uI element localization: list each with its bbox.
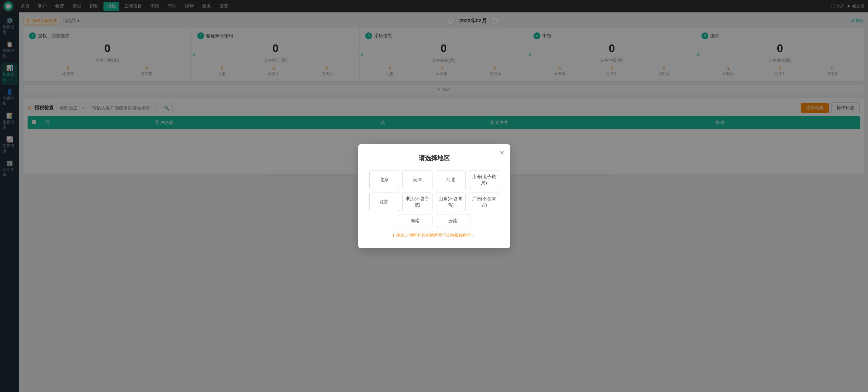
warning-icon: ℹ <box>393 233 395 238</box>
modal-title: 请选择地区 <box>369 154 499 162</box>
region-btn-jiangsu[interactable]: 江苏 <box>369 193 399 211</box>
modal-overlay[interactable]: ✕ 请选择地区 北京 天津 河北 上海(电子税局) 江苏 浙江(不含宁波) 山东… <box>0 0 868 392</box>
modal-warning: ℹ 除以上地区外其他地区暂不支持报税检查！ <box>369 233 499 238</box>
warning-text: 除以上地区外其他地区暂不支持报税检查！ <box>397 233 475 238</box>
region-btn-zhejiang[interactable]: 浙江(不含宁波) <box>402 193 432 211</box>
region-btn-tianjin[interactable]: 天津 <box>402 171 432 189</box>
region-btn-guangdong[interactable]: 广东(不含深圳) <box>469 193 499 211</box>
region-btn-beijing[interactable]: 北京 <box>369 171 399 189</box>
region-btn-yunnan[interactable]: 云南 <box>436 215 470 227</box>
region-modal: ✕ 请选择地区 北京 天津 河北 上海(电子税局) 江苏 浙江(不含宁波) 山东… <box>358 144 510 248</box>
region-btn-shandong[interactable]: 山东(不含青岛) <box>436 193 466 211</box>
modal-close-btn[interactable]: ✕ <box>499 149 505 157</box>
region-btn-hebei[interactable]: 河北 <box>436 171 466 189</box>
region-grid-row3: 海南 云南 <box>369 215 499 227</box>
region-btn-shanghai[interactable]: 上海(电子税局) <box>469 171 499 189</box>
region-grid-row2: 江苏 浙江(不含宁波) 山东(不含青岛) 广东(不含深圳) <box>369 193 499 211</box>
region-grid-row1: 北京 天津 河北 上海(电子税局) <box>369 171 499 189</box>
region-btn-hainan[interactable]: 海南 <box>398 215 432 227</box>
